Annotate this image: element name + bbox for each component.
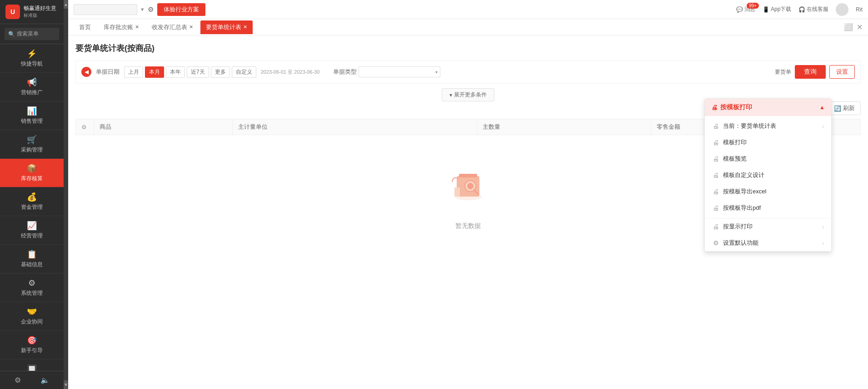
sidebar-item-label: 快捷导航	[21, 60, 43, 68]
refresh-label: 刷新	[843, 104, 855, 112]
sidebar-item-finance[interactable]: 💰 资金管理	[0, 187, 64, 216]
app-download-button[interactable]: 📱 App下载	[763, 5, 791, 13]
sidebar-nav: ⚡ 快捷导航 📢 营销推广 📊 销售管理 🛒 采购管理 📦 库存核算 💰 资金管…	[0, 44, 64, 371]
display-print-arrow: ›	[822, 223, 824, 230]
tab-receipt-summary[interactable]: 收发存汇总表 ✕	[146, 20, 199, 34]
volume-icon[interactable]: 🔈	[40, 376, 50, 384]
dropdown-template-excel[interactable]: 🖨 按模板导出excel	[705, 183, 831, 200]
dropdown-section-main: 🖨 当前：要货单统计表 › 🖨 模板打印 🖨 模板预览 🖨 模板自定义设计	[705, 116, 831, 218]
tab-contract-icon[interactable]: ✕	[857, 23, 863, 31]
sidebar-item-operation[interactable]: 📈 经营管理	[0, 216, 64, 245]
dropdown-set-default[interactable]: ⚙ 设置默认功能 ›	[705, 235, 831, 251]
col-settings: ⚙	[76, 119, 94, 135]
message-icon: 💬	[736, 6, 743, 13]
expand-more-button[interactable]: ▾ 展开更多条件	[442, 88, 494, 101]
type-select[interactable]	[359, 66, 440, 77]
topbar-gear-icon[interactable]: ⚙	[148, 5, 154, 14]
trial-btn[interactable]: 体验行业方案	[157, 3, 205, 16]
tab-order-stats-close[interactable]: ✕	[243, 24, 247, 30]
settings-bottom-icon[interactable]: ⚙	[15, 376, 21, 384]
template-print-label: 模板打印	[723, 138, 747, 147]
template-preview-label: 模板预览	[723, 155, 747, 163]
date-btn-more[interactable]: 更多	[211, 66, 230, 78]
dropdown-template-preview[interactable]: 🖨 模板预览	[705, 151, 831, 167]
empty-text: 暂无数据	[455, 222, 481, 230]
tab-expand-icon[interactable]: ⬜	[844, 23, 853, 31]
search-icon: 🔍	[8, 31, 15, 37]
date-btn-this-year[interactable]: 本年	[166, 66, 185, 78]
username-label[interactable]: Rit	[856, 6, 863, 13]
tab-receipt-summary-label: 收发存汇总表	[152, 23, 187, 31]
message-button[interactable]: 💬 消息 99+	[736, 5, 755, 13]
dropdown-display-print[interactable]: 🖨 按显示打印 ›	[705, 218, 831, 235]
dropdown-current-item[interactable]: 🖨 当前：要货单统计表 ›	[705, 118, 831, 134]
sidebar-item-purchase[interactable]: 🛒 采购管理	[0, 130, 64, 159]
date-filter-label: 单据日期	[96, 68, 120, 76]
basic-icon: 📋	[27, 249, 37, 259]
settings-button[interactable]: 设置	[829, 65, 855, 79]
template-excel-label: 按模板导出excel	[723, 187, 766, 196]
guide-icon: 🎯	[27, 335, 37, 345]
user-avatar[interactable]	[836, 3, 848, 16]
sidebar-item-guide[interactable]: 🎯 新手引导	[0, 331, 64, 359]
dropdown-section-sub: 🖨 按显示打印 › ⚙ 设置默认功能 ›	[705, 218, 831, 251]
topbar-search-input[interactable]	[74, 4, 137, 15]
expand-more-label: 展开更多条件	[454, 91, 487, 99]
tab-batch-account[interactable]: 库存批次账 ✕	[98, 20, 145, 34]
sidebar-item-app-center[interactable]: 🔲 应用中心	[0, 359, 64, 371]
page-content: 要货单统计表(按商品) ◀ 单据日期 上月 本月 本年 近7天 更多 自定义 2…	[68, 35, 868, 389]
print-dropdown: 🖨 按模板打印 ▲ 🖨 当前：要货单统计表 › 🖨 模板打印 🖨 模板预览	[704, 98, 832, 252]
sidebar-item-cooperation[interactable]: 🤝 企业协同	[0, 302, 64, 331]
sidebar-item-sales[interactable]: 📊 销售管理	[0, 101, 64, 130]
scroll-up-button[interactable]: ▲	[64, 0, 68, 9]
current-template-label: 当前：要货单统计表	[723, 122, 776, 130]
sales-icon: 📊	[27, 106, 37, 116]
scroll-down-button[interactable]: ▼	[64, 380, 68, 389]
template-custom-icon: 🖨	[712, 172, 719, 179]
query-button[interactable]: 查询	[795, 65, 826, 79]
sidebar-item-label: 基础信息	[21, 261, 43, 268]
search-menu-button[interactable]: 🔍 搜索菜单	[5, 28, 59, 40]
sidebar-item-marketing[interactable]: 📢 营销推广	[0, 73, 64, 101]
date-btn-7days[interactable]: 近7天	[187, 66, 209, 78]
tab-order-stats[interactable]: 要货单统计表 ✕	[200, 20, 253, 34]
tab-batch-account-close[interactable]: ✕	[135, 24, 139, 30]
sidebar-item-inventory[interactable]: 📦 库存核算	[0, 159, 64, 187]
tab-home[interactable]: 首页	[74, 20, 96, 34]
sidebar-item-label: 新手引导	[21, 347, 43, 354]
display-print-icon: 🖨	[712, 223, 719, 230]
cooperation-icon: 🤝	[27, 307, 37, 317]
svg-point-4	[467, 183, 474, 189]
refresh-button[interactable]: 🔄 刷新	[828, 101, 861, 115]
filter-expand-button[interactable]: ◀	[81, 67, 91, 77]
template-pdf-label: 按模板导出pdf	[723, 204, 761, 212]
sidebar-item-basic[interactable]: 📋 基础信息	[0, 245, 64, 273]
dropdown-template-pdf[interactable]: 🖨 按模板导出pdf	[705, 200, 831, 216]
type-select-wrapper: ▾	[359, 66, 440, 77]
online-service-button[interactable]: 🎧 在线客服	[798, 5, 828, 13]
date-btn-last-month[interactable]: 上月	[124, 66, 143, 78]
dropdown-template-custom[interactable]: 🖨 模板自定义设计	[705, 167, 831, 183]
template-print-icon: 🖨	[712, 139, 719, 146]
sidebar-search-area: 🔍 搜索菜单	[0, 24, 64, 44]
sidebar: U 畅赢通好生意 标准版 🔍 搜索菜单 ⚡ 快捷导航 📢 营销推广 📊 销售管理…	[0, 0, 64, 389]
topbar-dropdown-arrow[interactable]: ▾	[141, 6, 144, 13]
sidebar-item-system[interactable]: ⚙ 系统管理	[0, 273, 64, 302]
set-default-label: 设置默认功能	[723, 239, 758, 247]
date-btn-this-month[interactable]: 本月	[145, 66, 164, 78]
sidebar-item-quick-nav[interactable]: ⚡ 快捷导航	[0, 44, 64, 73]
tab-home-label: 首页	[79, 23, 91, 31]
dropdown-collapse-arrow[interactable]: ▲	[819, 104, 825, 111]
purchase-icon: 🛒	[27, 135, 37, 145]
table-settings-icon[interactable]: ⚙	[81, 124, 87, 131]
tab-receipt-summary-close[interactable]: ✕	[189, 24, 193, 30]
finance-icon: 💰	[27, 192, 37, 202]
phone-icon: 📱	[763, 6, 769, 13]
date-btn-custom[interactable]: 自定义	[232, 66, 256, 78]
sidebar-item-label: 系统管理	[21, 289, 43, 297]
tab-order-stats-label: 要货单统计表	[206, 23, 241, 31]
topbar: ▾ ⚙ 体验行业方案 💬 消息 99+ 📱 App下载 🎧 在线客服 Rit	[68, 0, 868, 19]
sidebar-item-label: 库存核算	[21, 175, 43, 182]
dropdown-template-print[interactable]: 🖨 模板打印	[705, 134, 831, 151]
col-quantity: 主数量	[477, 119, 651, 135]
